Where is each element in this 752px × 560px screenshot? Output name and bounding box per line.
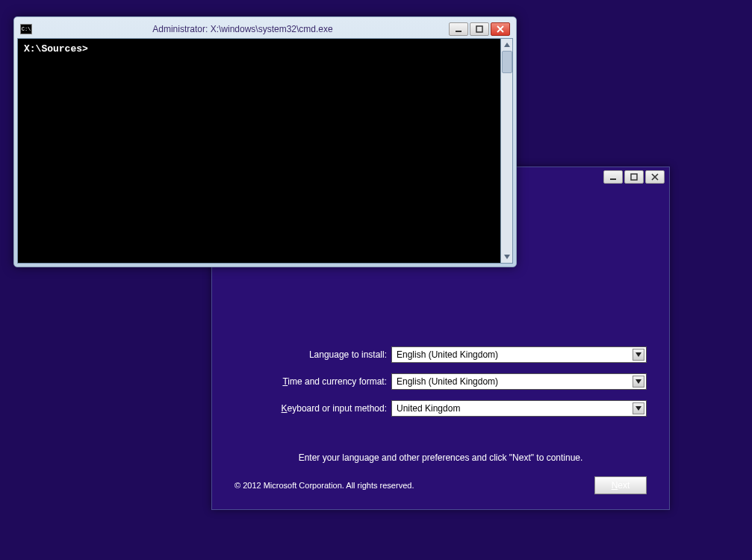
svg-rect-1: [631, 174, 637, 180]
chevron-down-icon[interactable]: [633, 376, 644, 388]
chevron-down-icon[interactable]: [633, 402, 644, 414]
keyboard-dropdown[interactable]: United Kingdom: [391, 400, 647, 417]
setup-maximize-button[interactable]: [624, 170, 644, 184]
cmd-output[interactable]: X:\Sources>: [18, 39, 500, 263]
cmd-client-area: X:\Sources>: [17, 38, 513, 264]
language-value: English (United Kingdom): [397, 349, 498, 360]
setup-minimize-button[interactable]: [603, 170, 623, 184]
copyright-text: © 2012 Microsoft Corporation. All rights…: [234, 481, 414, 490]
time-dropdown[interactable]: English (United Kingdom): [391, 373, 647, 390]
cmd-titlebar[interactable]: C:\ Administrator: X:\windows\system32\c…: [17, 20, 513, 38]
cmd-close-button[interactable]: [491, 22, 510, 36]
svg-rect-0: [610, 178, 616, 180]
next-button[interactable]: Next: [594, 476, 647, 494]
keyboard-label: Keyboard or input method:: [234, 403, 391, 414]
setup-close-button[interactable]: [645, 170, 665, 184]
cmd-title: Administrator: X:\windows\system32\cmd.e…: [37, 24, 449, 34]
language-label: Language to install:: [234, 349, 391, 360]
setup-hint: Enter your language and other preference…: [234, 452, 647, 463]
svg-rect-3: [476, 26, 482, 32]
keyboard-field-row: Keyboard or input method: United Kingdom: [234, 400, 647, 417]
scroll-up-icon[interactable]: [502, 39, 512, 51]
cmd-maximize-button[interactable]: [470, 22, 489, 36]
time-field-row: Time and currency format: English (Unite…: [234, 373, 647, 390]
scroll-thumb[interactable]: [502, 51, 512, 73]
cmd-window: C:\ Administrator: X:\windows\system32\c…: [13, 16, 517, 267]
svg-rect-2: [456, 31, 462, 32]
cmd-scrollbar[interactable]: [500, 39, 512, 263]
language-dropdown[interactable]: English (United Kingdom): [391, 346, 647, 363]
time-label: Time and currency format:: [234, 376, 391, 387]
cmd-icon: C:\: [20, 24, 32, 34]
language-field-row: Language to install: English (United Kin…: [234, 346, 647, 363]
chevron-down-icon[interactable]: [633, 349, 644, 361]
cmd-minimize-button[interactable]: [449, 22, 468, 36]
scroll-down-icon[interactable]: [502, 251, 512, 263]
keyboard-value: United Kingdom: [397, 403, 460, 414]
time-value: English (United Kingdom): [397, 376, 498, 387]
